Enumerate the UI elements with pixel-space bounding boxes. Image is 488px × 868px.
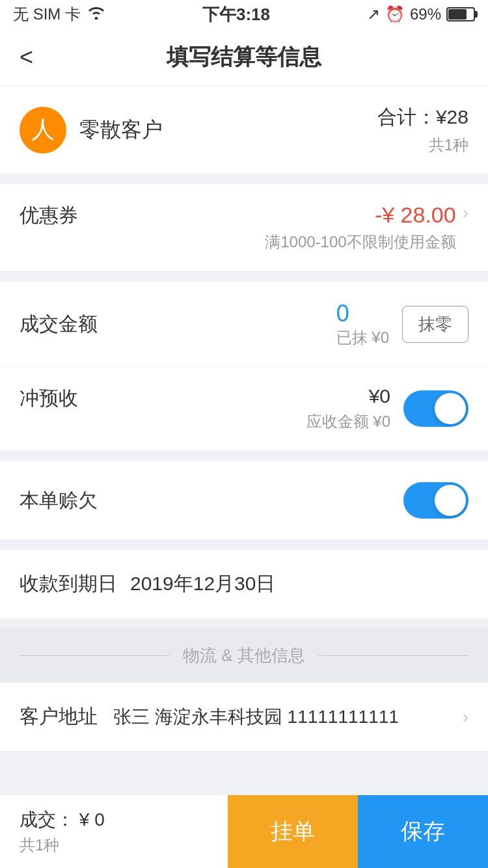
- address-section: 客户地址 张三 海淀永丰科技园 11111111111 ›: [0, 683, 488, 751]
- bottom-deal-value: ¥ 0: [79, 809, 105, 830]
- already-moling-label: 已抹 ¥0: [336, 327, 389, 348]
- divider-text: 物流 & 其他信息: [170, 644, 318, 667]
- bottom-info: 成交： ¥ 0 共1种: [0, 807, 228, 856]
- prepay-hint: 应收金额 ¥0: [306, 411, 390, 432]
- back-button[interactable]: <: [20, 44, 33, 71]
- carrier-label: 无 SIM 卡: [13, 4, 81, 25]
- prepay-toggle[interactable]: [403, 390, 468, 427]
- coupon-hint: 满1000-100不限制使用金额: [265, 232, 455, 252]
- status-left: 无 SIM 卡: [13, 4, 105, 25]
- status-time: 下午3:18: [202, 3, 270, 26]
- prepay-values: ¥0 应收金额 ¥0: [306, 385, 390, 432]
- debit-section: 本单赊欠: [0, 461, 488, 539]
- prepay-amount: ¥0: [306, 385, 390, 407]
- amount-section: 成交金额 0 已抹 ¥0 抹零 冲预收 ¥0 应收金额 ¥0: [0, 282, 488, 451]
- wifi-icon: [87, 5, 105, 23]
- page-title: 填写结算等信息: [167, 42, 321, 72]
- coupon-label: 优惠券: [20, 202, 78, 229]
- due-date-label: 收款到期日: [20, 571, 117, 597]
- debit-label: 本单赊欠: [20, 487, 98, 514]
- content-area: 人 零散客户 合计：¥28 共1种 优惠券 -¥ 28.00 满1000-100…: [0, 86, 488, 839]
- moling-button[interactable]: 抹零: [402, 306, 468, 343]
- amount-label: 成交金额: [20, 311, 98, 338]
- address-value: 张三 海淀永丰科技园 11111111111: [113, 705, 399, 729]
- divider-line-left: [20, 655, 170, 656]
- avatar: 人: [20, 107, 66, 154]
- prepay-label: 冲预收: [20, 385, 78, 412]
- battery-icon: [446, 7, 475, 21]
- customer-total: 合计：¥28 共1种: [377, 104, 468, 156]
- bottom-bar: 成交： ¥ 0 共1种 挂单 保存: [0, 795, 488, 868]
- coupon-chevron-icon: ›: [463, 202, 468, 223]
- status-bar: 无 SIM 卡 下午3:18 ↗ ⏰ 69%: [0, 0, 488, 29]
- prepay-right: ¥0 应收金额 ¥0: [306, 385, 468, 432]
- coupon-discount: -¥ 28.00: [265, 202, 455, 228]
- amount-value-wrapper: 0 已抹 ¥0: [336, 300, 389, 348]
- divider-line-right: [318, 655, 468, 656]
- bottom-count-label: 共1种: [20, 835, 208, 856]
- bottom-deal-label: 成交： ¥ 0: [20, 807, 208, 832]
- customer-card: 人 零散客户 合计：¥28 共1种: [0, 86, 488, 174]
- address-left: 客户地址 张三 海淀永丰科技园 11111111111: [20, 703, 399, 730]
- due-date-row: 收款到期日 2019年12月30日: [0, 550, 488, 618]
- total-count-label: 共1种: [377, 135, 468, 156]
- coupon-right: -¥ 28.00 满1000-100不限制使用金额 ›: [265, 202, 468, 252]
- location-icon: ↗: [367, 5, 380, 23]
- debit-row: 本单赊欠: [0, 461, 488, 539]
- due-date-section: 收款到期日 2019年12月30日: [0, 550, 488, 618]
- address-row[interactable]: 客户地址 张三 海淀永丰科技园 11111111111 ›: [0, 683, 488, 751]
- amount-right: 0 已抹 ¥0 抹零: [336, 300, 468, 348]
- coupon-row[interactable]: 优惠券 -¥ 28.00 满1000-100不限制使用金额 ›: [0, 184, 488, 271]
- amount-value: 0: [336, 300, 389, 327]
- address-label: 客户地址: [20, 703, 98, 730]
- nav-bar: < 填写结算等信息: [0, 29, 488, 86]
- total-amount-label: 合计：¥28: [377, 104, 468, 131]
- coupon-values: -¥ 28.00 满1000-100不限制使用金额: [265, 202, 455, 252]
- coupon-section: 优惠券 -¥ 28.00 满1000-100不限制使用金额 ›: [0, 184, 488, 271]
- divider-section: 物流 & 其他信息: [0, 629, 488, 683]
- amount-row: 成交金额 0 已抹 ¥0 抹零: [0, 282, 488, 367]
- prepay-row: 冲预收 ¥0 应收金额 ¥0: [0, 367, 488, 451]
- save-button[interactable]: 保存: [358, 795, 488, 868]
- battery-percent: 69%: [410, 5, 441, 23]
- alarm-icon: ⏰: [385, 5, 405, 23]
- toggle-knob: [435, 393, 466, 424]
- customer-left: 人 零散客户: [20, 107, 163, 154]
- debit-toggle-knob: [435, 485, 466, 516]
- debit-toggle[interactable]: [403, 482, 468, 519]
- pending-button[interactable]: 挂单: [228, 795, 358, 868]
- customer-name: 零散客户: [79, 116, 163, 144]
- due-date-value: 2019年12月30日: [130, 571, 275, 597]
- address-chevron-icon: ›: [463, 707, 468, 727]
- status-right: ↗ ⏰ 69%: [367, 5, 475, 23]
